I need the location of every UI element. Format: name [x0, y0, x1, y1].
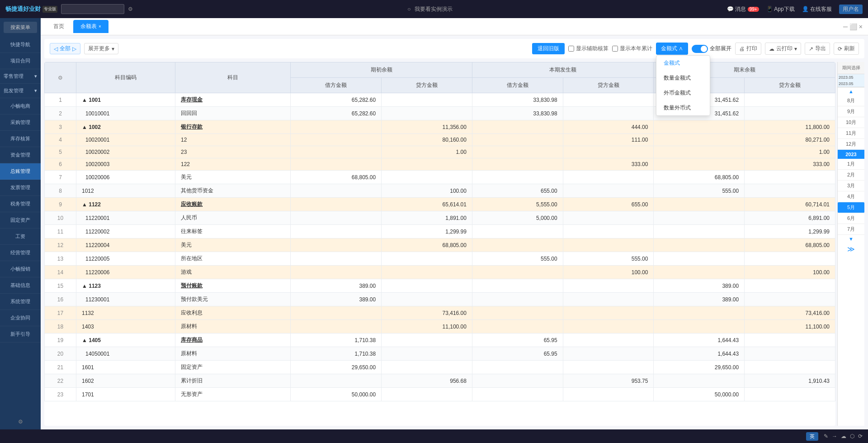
sidebar-item-collab[interactable]: 企业协同 [0, 310, 41, 326]
view-mode-btn[interactable]: 金额式 ∧ [656, 43, 688, 55]
table-row[interactable]: 21 1601 固定资产 29,650.00 29,650.00 [45, 361, 835, 374]
window-close-btn[interactable]: × [859, 23, 863, 30]
table-row[interactable]: 1 ▲ 1001 库存现金 65,282.60 33,830.98 31,451… [45, 93, 835, 107]
date-month-11[interactable]: 11月 [838, 128, 864, 139]
dropdown-item-amount[interactable]: 金额式 [656, 56, 710, 71]
refresh-btn[interactable]: ⟳ 刷新 [834, 43, 859, 55]
th-settings[interactable]: ⚙ [45, 62, 76, 93]
service-btn[interactable]: 👤 在线客服 [802, 5, 832, 13]
date-month-12[interactable]: 12月 [838, 139, 864, 150]
sidebar-item-tax[interactable]: 税务管理 [0, 196, 41, 212]
sidebar-item-salary[interactable]: 工资 [0, 229, 41, 245]
breadcrumb-btn[interactable]: ◁ 全部 ▷ [50, 43, 80, 54]
sidebar-item-ledger[interactable]: 总账管理 [0, 163, 41, 180]
sidebar-item-inventory[interactable]: 库存核算 [0, 131, 41, 147]
table-row[interactable]: 7 10020006 美元 68,805.00 68,805.00 [45, 171, 835, 184]
sidebar-item-wholesale[interactable]: 批发管理 ▾ [0, 84, 41, 98]
table-row[interactable]: 19 ▲ 1405 库存商品 1,710.38 65.95 1,644.43 [45, 333, 835, 347]
sidebar-item-invoice[interactable]: 发票管理 [0, 180, 41, 196]
cloud-icon[interactable]: ☁ [841, 433, 846, 439]
table-row[interactable]: 6 10020003 122 333.00 333.00 [45, 158, 835, 171]
table-row[interactable]: 12 11220004 美元 68,805.00 68,805.00 [45, 238, 835, 252]
sidebar-settings-btn[interactable]: ⚙ [0, 414, 41, 429]
date-month-9[interactable]: 9月 [838, 106, 864, 117]
dropdown-item-foreign-amount[interactable]: 外币金额式 [656, 86, 710, 100]
expand-btn[interactable]: 展开更多 ▾ [84, 43, 118, 54]
table-row[interactable]: 11 11220002 往来标签 1,299.99 1,299.99 [45, 225, 835, 238]
show-year-checkbox[interactable] [612, 46, 618, 52]
hex-icon[interactable]: ⬡ [850, 433, 854, 439]
table-settings-icon[interactable]: ⚙ [58, 75, 63, 81]
table-row[interactable]: 3 ▲ 1002 银行存款 11,356.00 444.00 11,800.00 [45, 120, 835, 134]
table-row[interactable]: 10 11220001 人民币 1,891.00 5,000.00 6,891.… [45, 211, 835, 225]
demo-btn[interactable]: 我要看实例演示 [415, 5, 453, 13]
date-nav-down[interactable]: ▼ [838, 235, 864, 243]
table-row[interactable]: 13 11220005 所在地区 555.00 555.00 [45, 252, 835, 266]
table-row[interactable]: 4 10020001 12 80,160.00 111.00 80,271.00 [45, 134, 835, 146]
cloud-print-btn[interactable]: ☁ 云打印 ▾ [765, 43, 801, 55]
sidebar-item-system[interactable]: 系统管理 [0, 294, 41, 310]
dropdown-item-qty-amount[interactable]: 数量金额式 [656, 71, 710, 86]
table-row[interactable]: 9 ▲ 1122 应收账款 65,614.01 5,555.00 655.00 … [45, 198, 835, 211]
date-month-7[interactable]: 7月 [838, 224, 864, 235]
sidebar-item-ops[interactable]: 经营管理 [0, 245, 41, 261]
top-settings-icon[interactable]: ⚙ [128, 6, 133, 12]
sidebar-item-purchase[interactable]: 采购管理 [0, 114, 41, 131]
date-month-5[interactable]: 5月 [838, 202, 864, 213]
download-btn[interactable]: 📱 App下载 [766, 5, 795, 13]
date-month-3[interactable]: 3月 [838, 181, 864, 191]
date-month-4[interactable]: 4月 [838, 191, 864, 202]
date-collapse-icon[interactable]: ≫ [838, 243, 864, 255]
date-nav-up[interactable]: ▲ [838, 87, 864, 95]
tab-home[interactable]: 首页 [46, 20, 71, 33]
tab-balance[interactable]: 余额表 × [73, 20, 108, 33]
top-search-input[interactable] [61, 4, 124, 14]
sidebar-item-quick-nav[interactable]: 快捷导航 [0, 37, 41, 53]
date-month-10[interactable]: 10月 [838, 117, 864, 128]
sidebar-item-expense[interactable]: 小畅报销 [0, 261, 41, 277]
show-year-label[interactable]: 显示本年累计 [612, 45, 652, 52]
show-auxiliary-checkbox[interactable] [568, 46, 574, 52]
sidebar-search-btn[interactable]: 搜索菜单 [4, 22, 37, 33]
sidebar-item-project[interactable]: 项目合同 [0, 53, 41, 69]
return-old-btn[interactable]: 退回旧版 [532, 43, 565, 54]
sidebar-item-assets[interactable]: 固定资产 [0, 212, 41, 229]
sidebar-item-ecommerce[interactable]: 小畅电商 [0, 98, 41, 114]
download-label: App下载 [774, 6, 794, 12]
print-btn[interactable]: 🖨 打印 [735, 43, 761, 55]
show-auxiliary-label[interactable]: 显示辅助核算 [568, 45, 609, 52]
table-wrapper[interactable]: ⚙ 科目编码 科目 期初余额 本期发生额 期末余额 借方金额 贷方金额 [44, 62, 835, 426]
window-restore-btn[interactable]: ⬜ [849, 23, 857, 30]
sidebar-item-capital[interactable]: 资金管理 [0, 147, 41, 163]
table-row[interactable]: 8 1012 其他货币资金 100.00 655.00 555.00 [45, 184, 835, 198]
table-row[interactable]: 2 10010001 回回回 65,282.60 33,830.98 31,45… [45, 107, 835, 120]
date-month-1[interactable]: 1月 [838, 159, 864, 170]
table-row[interactable]: 17 1132 应收利息 73,416.00 73,416.00 [45, 306, 835, 320]
sidebar-item-base-info[interactable]: 基础信息 [0, 277, 41, 294]
table-row[interactable]: 22 1602 累计折旧 956.68 953.75 1,910.43 [45, 374, 835, 388]
expand-all-toggle[interactable]: 全部展开 [692, 45, 731, 53]
date-month-8[interactable]: 8月 [838, 95, 864, 106]
edit-icon[interactable]: ✎ [824, 433, 828, 439]
window-minimize-btn[interactable]: ─ [843, 23, 848, 30]
sync-icon[interactable]: ⟳ [858, 433, 863, 439]
table-row[interactable]: 20 14050001 原材料 1,710.38 65.95 1,644.43 [45, 347, 835, 361]
user-avatar[interactable]: 用户名 [839, 5, 863, 14]
table-row[interactable]: 16 11230001 预付款美元 389.00 389.00 [45, 293, 835, 306]
date-month-2[interactable]: 2月 [838, 170, 864, 181]
toggle-track[interactable] [692, 45, 708, 53]
table-row[interactable]: 15 ▲ 1123 预付账款 389.00 389.00 [45, 279, 835, 293]
lang-btn[interactable]: 英 [806, 432, 818, 441]
message-icon[interactable]: 💬 消息 99+ [727, 5, 759, 13]
loop-icon[interactable]: → [832, 433, 837, 439]
table-row[interactable]: 5 10020002 23 1.00 1.00 [45, 146, 835, 158]
dropdown-item-qty-foreign[interactable]: 数量外币式 [656, 100, 710, 115]
table-row[interactable]: 18 1403 原材料 11,100.00 11,100.00 [45, 320, 835, 333]
tab-close-icon[interactable]: × [99, 24, 101, 29]
table-row[interactable]: 14 11220006 游戏 100.00 100.00 [45, 266, 835, 279]
export-btn[interactable]: ↗ 导出 [805, 43, 830, 55]
table-row[interactable]: 23 1701 无形资产 50,000.00 50,000.00 [45, 388, 835, 401]
date-month-6[interactable]: 6月 [838, 213, 864, 224]
sidebar-item-guide[interactable]: 新手引导 [0, 326, 41, 343]
sidebar-item-retail[interactable]: 零售管理 ▾ [0, 69, 41, 84]
